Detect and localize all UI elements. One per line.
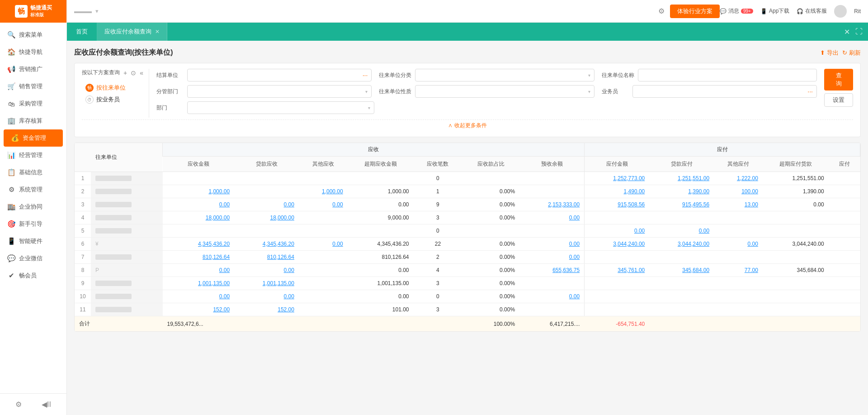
cell-link[interactable]: 345,761.00 xyxy=(618,267,645,273)
sidebar-item-sales[interactable]: 🛒 销售管理 xyxy=(0,78,66,95)
sidebar-item-quick[interactable]: 🏠 快捷导航 xyxy=(0,43,66,61)
sidebar-item-basic[interactable]: 📋 基础信息 xyxy=(0,164,66,181)
cell-link[interactable]: 0.00 xyxy=(219,201,230,208)
header-gear-icon[interactable]: ⚙ xyxy=(658,7,665,15)
tab-ar-ap[interactable]: 应收应付余额查询 ✕ xyxy=(97,23,167,41)
tab-close-icon[interactable]: ✕ xyxy=(155,29,160,35)
cell-link[interactable]: 1,000.00 xyxy=(208,188,230,195)
cell-ap-last xyxy=(829,303,860,316)
cell-ar-overdue: 0.00 xyxy=(348,290,414,303)
cell-link[interactable]: 1,390.00 xyxy=(688,188,709,195)
cell-link[interactable]: 0.00 xyxy=(332,241,343,247)
collapse-button[interactable]: ∧ 收起更多条件 xyxy=(82,119,853,131)
tab-close-all-icon[interactable]: ✕ xyxy=(844,28,850,36)
cell-link[interactable]: 1,252,773.00 xyxy=(613,175,645,181)
sidebar-item-wechat[interactable]: 💬 企业微信 xyxy=(0,250,66,267)
sidebar-item-purchase[interactable]: 🛍 采购管理 xyxy=(0,95,66,112)
scheme-settings-icon[interactable]: ⊙ xyxy=(131,69,136,76)
cell-link[interactable]: 2,153,333.00 xyxy=(548,201,580,208)
cell-link[interactable]: 77.00 xyxy=(745,267,758,273)
cell-ap-overdue xyxy=(763,211,829,224)
cell-link[interactable]: 655,636.75 xyxy=(552,267,580,273)
setting-button[interactable]: 设置 xyxy=(824,93,853,107)
scheme-arrow-icon[interactable]: « xyxy=(140,69,143,76)
cell-link[interactable]: 3,044,240.00 xyxy=(613,241,645,247)
cell-link[interactable]: 13.00 xyxy=(745,201,758,208)
cell-link[interactable]: 152.00 xyxy=(278,306,294,313)
cell-link[interactable]: 0.00 xyxy=(219,293,230,300)
cell-link[interactable]: 1,000.00 xyxy=(322,188,343,195)
cell-link[interactable]: 0.00 xyxy=(634,228,645,234)
cell-ar-other: 0.00 xyxy=(299,198,348,211)
refresh-button[interactable]: ↻ 刷新 xyxy=(842,49,861,57)
sidebar-item-system[interactable]: ⚙ 系统管理 xyxy=(0,181,66,198)
cell-link[interactable]: 1,251,551.00 xyxy=(678,175,709,181)
cell-link[interactable]: 0.00 xyxy=(569,293,580,300)
cell-link[interactable]: 0.00 xyxy=(569,241,580,247)
cell-link[interactable]: 3,044,240.00 xyxy=(678,241,709,247)
collapse-icon[interactable]: ◀II xyxy=(42,400,51,409)
input-partner-nature[interactable]: ▾ xyxy=(415,85,594,98)
cell-link[interactable]: 0.00 xyxy=(332,201,343,208)
cell-link[interactable]: 0.00 xyxy=(284,267,294,273)
cell-link[interactable]: 18,000.00 xyxy=(206,215,230,221)
cell-link[interactable]: 152.00 xyxy=(213,306,230,313)
trial-button[interactable]: 体验行业方案 xyxy=(670,5,720,18)
sidebar-item-vip[interactable]: ✔ 畅会员 xyxy=(0,267,66,284)
cell-ap-last xyxy=(829,238,860,251)
input-settlement-unit[interactable]: ··· xyxy=(187,69,372,81)
sidebar-item-search[interactable]: 🔍 搜索菜单 xyxy=(0,26,66,43)
cell-link[interactable]: 1,490.00 xyxy=(624,188,645,195)
cell-link[interactable]: 0.00 xyxy=(284,293,294,300)
query-button[interactable]: 查询 xyxy=(824,69,853,91)
cell-link[interactable]: 0.00 xyxy=(569,254,580,260)
cell-link[interactable]: 4,345,436.20 xyxy=(263,241,294,247)
cell-link[interactable]: 810,126.64 xyxy=(203,254,230,260)
breadcrumb-text: ▬▬▬ xyxy=(74,8,92,14)
cell-link[interactable]: 0.00 xyxy=(284,201,294,208)
sidebar-item-guide[interactable]: 🎯 新手引导 xyxy=(0,215,66,233)
input-partner-name[interactable] xyxy=(638,69,817,81)
cell-link[interactable]: 4,345,436.20 xyxy=(198,241,230,247)
cell-link[interactable]: 0.00 xyxy=(747,241,758,247)
tab-expand-icon[interactable]: ⛶ xyxy=(855,28,863,36)
app-download-button[interactable]: 📱 App下载 xyxy=(760,7,789,15)
export-button[interactable]: ⬆ 导出 xyxy=(820,49,839,57)
tab-home[interactable]: 首页 xyxy=(67,23,97,41)
cell-link[interactable]: 1,001,135.00 xyxy=(198,280,230,286)
avatar[interactable] xyxy=(834,5,847,18)
service-button[interactable]: 🎧 在线客服 xyxy=(797,7,827,15)
cell-link[interactable]: 18,000.00 xyxy=(270,215,294,221)
input-manage-dept[interactable]: ▾ xyxy=(187,85,372,98)
sidebar-item-inventory[interactable]: 🏢 库存核算 xyxy=(0,112,66,129)
table-scroll-area[interactable]: 往来单位 应收 应付 应收金额 贷款应收 其他应收 超期应收金额 应收笔数 应收… xyxy=(75,143,860,331)
sidebar-item-hardware[interactable]: 📱 智能硬件 xyxy=(0,233,66,250)
sidebar-item-operation[interactable]: 📊 经营管理 xyxy=(0,147,66,164)
cell-link[interactable]: 1,222.00 xyxy=(737,175,758,181)
scheme-option-salesman[interactable]: ⏱ 按业务员 xyxy=(82,94,143,105)
cell-link[interactable]: 1,001,135.00 xyxy=(263,280,294,286)
add-scheme-icon[interactable]: + xyxy=(123,69,127,76)
username[interactable]: Rit xyxy=(854,8,861,14)
sidebar-item-finance[interactable]: 💰 资金管理 xyxy=(4,129,63,147)
cell-link[interactable]: 100.00 xyxy=(741,188,758,195)
input-partner-category[interactable]: ▾ xyxy=(415,69,594,81)
settings-bottom-icon[interactable]: ⚙ xyxy=(15,400,22,409)
scheme-option-partner[interactable]: 畅 按往来单位 xyxy=(82,82,143,94)
input-dept[interactable]: ▾ xyxy=(187,101,374,114)
cell-link[interactable]: 0.00 xyxy=(569,215,580,221)
cell-link[interactable]: 915,495.56 xyxy=(682,201,709,208)
message-button[interactable]: 💬 消息 99+ xyxy=(720,7,753,15)
cell-link[interactable]: 0.00 xyxy=(699,228,709,234)
cell-link[interactable]: 345,684.00 xyxy=(682,267,709,273)
cell-link[interactable]: 0.00 xyxy=(219,267,230,273)
cell-ar-ratio: 0.00% xyxy=(462,264,519,277)
sidebar-item-company[interactable]: 🏬 企业协同 xyxy=(0,198,66,215)
input-salesman[interactable]: ··· xyxy=(632,85,817,98)
sidebar-item-marketing[interactable]: 📢 营销推广 xyxy=(0,61,66,78)
search-scheme-header: 按以下方案查询 + ⊙ « xyxy=(82,69,143,76)
cell-link[interactable]: 810,126.64 xyxy=(267,254,294,260)
col-ap-loan-header: 贷款应付 xyxy=(649,157,714,172)
sidebar-item-label: 畅会员 xyxy=(19,272,37,280)
cell-link[interactable]: 915,508.56 xyxy=(618,201,645,208)
